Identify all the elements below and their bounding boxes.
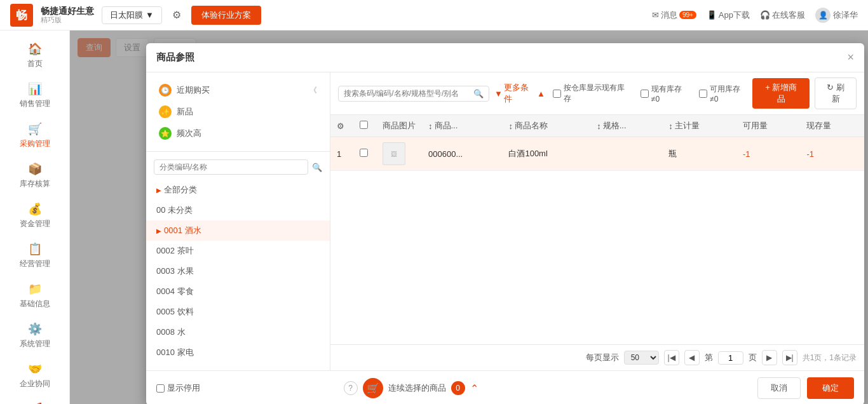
row-checkbox[interactable] [360,149,368,157]
cat-0003[interactable]: 0003 水果 [146,261,330,281]
app-download-area[interactable]: 📱 App下载 [707,10,750,21]
sidebar-item-system-label: 系统管理 [20,339,50,349]
sidebar-item-guide[interactable]: 🚀 新手引导 [0,396,69,404]
checkbox-stock-neq0-input[interactable] [641,90,649,98]
notification-area[interactable]: ✉ 消息 99+ [652,10,696,21]
th-code: ↕商品... [422,115,502,137]
next-page-btn[interactable]: ▶ [762,350,777,365]
cat-00[interactable]: 00 未分类 [146,200,330,220]
page-size-select[interactable]: 50 20 100 [624,351,659,365]
th-name-sortable[interactable]: ↕商品名称 [508,120,584,131]
cat-0002[interactable]: 0002 茶叶 [146,241,330,261]
sidebar-item-inventory-label: 库存核算 [20,178,50,189]
refresh-btn[interactable]: ↻ 刷新 [815,77,857,109]
page-number-input[interactable] [718,351,743,365]
app-logo: 畅 [10,4,33,27]
nav-right: ✉ 消息 99+ 📱 App下载 🎧 在线客服 👤 徐泽华 [652,8,858,23]
cat-0010-label: 0010 家电 [156,347,194,358]
td-unit: 瓶 [662,137,736,171]
filter-btn[interactable]: ▼ 更多条件 ▲ [494,82,545,105]
category-search-input[interactable] [154,159,308,175]
search-magnifier-icon[interactable]: 🔍 [473,89,484,98]
quick-link-new[interactable]: ✨ 新品 [154,102,322,122]
modal-body: 🕒 近期购买 《 ✨ 新品 ⭐ 频次高 [146,72,864,370]
modal-title: 商品参照 [156,51,194,64]
sidebar-item-sales[interactable]: 📊 销售管理 [0,76,69,116]
checkbox-warehouse-input[interactable] [553,90,561,98]
navbar: 畅 畅捷通好生意 精巧版 日太阳膜 ▼ ⚙ 体验行业方案 ✉ 消息 99+ 📱 … [0,0,868,30]
cat-0004[interactable]: 0004 零食 [146,281,330,302]
td-stock: -1 [800,137,864,171]
sidebar: 🏠 首页 📊 销售管理 🛒 采购管理 📦 库存核算 💰 资金管理 📋 经营管理 … [0,30,70,404]
online-service-area[interactable]: 🎧 在线客服 [760,10,805,21]
sidebar-item-operation-label: 经营管理 [20,259,50,269]
cancel-btn[interactable]: 取消 [757,377,801,399]
nav-selector[interactable]: 日太阳膜 ▼ [102,6,162,24]
nav-trial-btn[interactable]: 体验行业方案 [191,6,261,25]
gear-settings-icon[interactable]: ⚙ [337,121,344,131]
cat-0004-label: 0004 零食 [156,286,194,297]
settings-icon[interactable]: ⚙ [172,9,181,21]
td-seq: 1 [330,137,353,171]
image-icon: 🖼 [391,151,397,158]
cat-0005-label: 0005 饮料 [156,306,194,318]
quick-link-frequent[interactable]: ⭐ 频次高 [154,123,322,144]
cart-btn[interactable]: 🛒 [363,378,383,398]
th-unit-sortable[interactable]: ↕主计量 [668,120,730,131]
collapse-up-btn[interactable]: ⌃ [470,382,478,394]
checkbox-available-neq0[interactable]: 可用库存≠0 [699,84,747,104]
quick-link-recent[interactable]: 🕒 近期购买 《 [154,80,322,100]
panel-collapse-btn[interactable]: 《 [309,85,317,96]
select-all-checkbox[interactable] [360,121,368,129]
collab-icon: 🤝 [28,362,42,376]
modal-close-btn[interactable]: × [847,51,854,64]
sidebar-item-purchase-label: 采购管理 [20,138,50,149]
modal-header: 商品参照 × [146,43,864,72]
category-search-icon[interactable]: 🔍 [312,163,322,172]
th-stock: 现存量 [800,115,864,137]
sidebar-item-finance[interactable]: 💰 资金管理 [0,196,69,236]
prev-page-btn[interactable]: ◀ [684,350,700,365]
checkbox-stock-neq0[interactable]: 现有库存≠0 [641,84,689,104]
modal-footer: 显示停用 ? 🛒 连续选择的商品 0 ⌃ 取消 确定 [146,370,864,404]
quick-link-new-label: 新品 [177,106,193,118]
th-spec-sortable[interactable]: ↕规格... [597,120,656,131]
show-disabled-input[interactable] [156,384,165,393]
td-check [353,137,376,171]
sidebar-item-purchase[interactable]: 🛒 采购管理 [0,116,69,156]
product-table: ⚙ 商品图片 ↕商品... [330,115,864,171]
sidebar-item-home[interactable]: 🏠 首页 [0,36,69,76]
add-product-btn[interactable]: + 新增商品 [752,78,810,109]
checkbox-available-neq0-input[interactable] [699,90,707,98]
cat-0008[interactable]: 0008 水 [146,322,330,342]
product-search-input[interactable] [344,89,471,98]
cat-0010[interactable]: 0010 家电 [146,342,330,363]
last-page-btn[interactable]: ▶| [782,350,797,365]
sidebar-item-inventory[interactable]: 📦 库存核算 [0,156,69,196]
td-img: 🖼 [376,137,422,171]
operation-icon: 📋 [28,242,42,256]
quick-link-frequent-label: 频次高 [177,128,201,139]
sidebar-item-basic[interactable]: 📁 基础信息 [0,276,69,316]
cart-label: 连续选择的商品 [388,382,446,394]
cat-all[interactable]: ▶ 全部分类 [146,180,330,200]
cat-0001-label: 0001 酒水 [164,225,201,236]
sidebar-item-operation[interactable]: 📋 经营管理 [0,236,69,276]
checkbox-warehouse[interactable]: 按仓库显示现有库存 [553,83,630,104]
sidebar-item-system[interactable]: ⚙️ 系统管理 [0,316,69,356]
user-area[interactable]: 👤 徐泽华 [815,8,858,23]
show-disabled-checkbox[interactable]: 显示停用 [156,382,200,394]
th-spec: ↕规格... [590,115,662,137]
th-code-sortable[interactable]: ↕商品... [428,120,496,131]
purchase-icon: 🛒 [28,122,42,136]
cat-0001[interactable]: ▶ 0001 酒水 [146,220,330,241]
table-row[interactable]: 1 🖼 000600... 白酒100ml [330,137,864,171]
first-page-btn[interactable]: |◀ [664,350,679,365]
new-icon: ✨ [159,105,172,118]
product-reference-modal: 商品参照 × 🕒 近期购买 《 ✨ 新品 [146,43,864,404]
sidebar-item-sales-label: 销售管理 [20,98,50,109]
cat-0005[interactable]: 0005 饮料 [146,302,330,322]
help-icon[interactable]: ? [344,381,358,395]
sidebar-item-collab[interactable]: 🤝 企业协同 [0,356,69,396]
confirm-btn[interactable]: 确定 [807,377,854,399]
